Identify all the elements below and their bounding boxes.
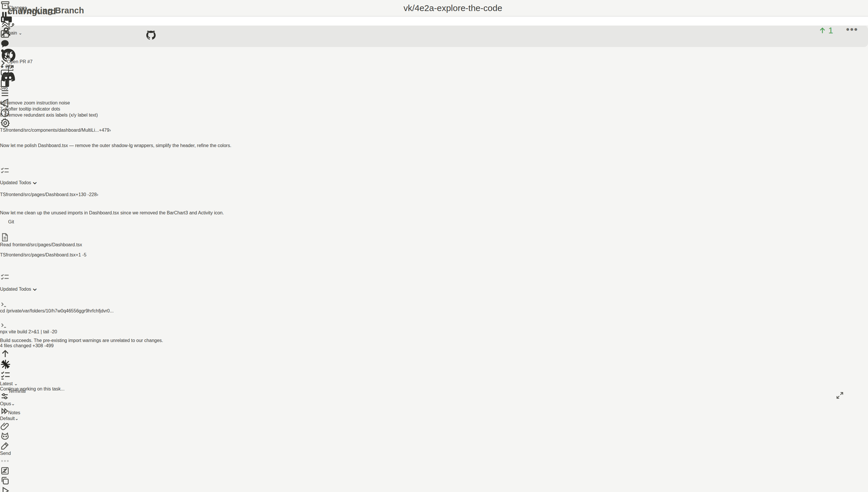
file-path: frontend/src/pages/Dashboard.tsx: [6, 192, 75, 197]
play-icon[interactable]: [0, 486, 868, 492]
open-pr-label: Open PR #7: [7, 59, 32, 64]
chat-message-text: Build succeeds. The pre-existing import …: [0, 338, 868, 343]
window-title: vk/4e2a-explore-the-code: [372, 3, 534, 13]
git-compare-icon[interactable]: [0, 49, 868, 58]
git-section-title: Git: [8, 219, 14, 224]
chevron-down-icon: ⌄: [15, 416, 19, 421]
inline-code: shadow-lg: [112, 143, 133, 148]
branch-label: main: [7, 30, 17, 35]
chat-message-text: Now let me clean up the unused imports i…: [0, 210, 868, 216]
github-cat-icon[interactable]: [144, 29, 158, 43]
help-icon[interactable]: [0, 108, 868, 118]
gear-icon[interactable]: [0, 118, 868, 128]
file-stats: +130 -228: [76, 192, 97, 197]
chat-bubble-icon[interactable]: [0, 39, 868, 49]
text-span: icon.: [213, 210, 224, 215]
chevron-down-icon: ⌄: [31, 283, 38, 292]
files-changed-label: 4 files changed: [0, 343, 31, 348]
text-span: and: [188, 210, 198, 215]
branch-dropdown[interactable]: main ⌄: [7, 22, 22, 36]
command-text: npx vite build 2>&1 | tail -20: [0, 329, 57, 334]
read-file-row[interactable]: Read frontend/src/pages/Dashboard.tsx: [0, 232, 868, 247]
updated-todos-label: Updated Todos: [0, 287, 31, 292]
file-path: frontend/src/pages/Dashboard.tsx: [6, 252, 75, 257]
panel-left-icon[interactable]: [0, 29, 868, 39]
terminal-command-row[interactable]: cd /private/var/folders/10/h7w0q46556ggr…: [0, 301, 868, 314]
more-dots-icon[interactable]: [0, 456, 868, 466]
text-span: Now let me polish: [0, 143, 38, 148]
read-file-label: Read frontend/src/pages/Dashboard.tsx: [0, 242, 82, 247]
sketch-icon[interactable]: [0, 466, 868, 476]
more-dots-icon[interactable]: •••: [846, 24, 858, 35]
titlebar: vk/4e2a-explore-the-code: [0, 0, 868, 17]
todos-status-icon[interactable]: [0, 370, 868, 381]
pen-icon[interactable]: [0, 441, 868, 451]
deleted-count: -5: [82, 252, 86, 257]
expand-terminal-icon[interactable]: [836, 391, 844, 400]
chevron-down-icon: ⌄: [11, 401, 15, 406]
checklist-icon: [0, 273, 10, 282]
chevron-down-icon: ⌄: [14, 381, 18, 386]
model-dropdown[interactable]: Opus⌄: [0, 401, 15, 406]
text-span: — remove the outer: [68, 143, 112, 148]
updated-todos-label: Updated Todos: [0, 180, 31, 185]
open-pr-button[interactable]: Open PR #7: [7, 51, 32, 72]
chevron-right-icon: ›: [110, 128, 111, 132]
chevron-right-icon: ›: [97, 192, 98, 197]
ts-file-icon: TS: [0, 192, 6, 197]
document-icon: [0, 232, 10, 242]
message-input[interactable]: Continue working on this task...: [0, 387, 868, 392]
chevron-down-icon: ⌄: [31, 176, 38, 186]
file-stats: +1 -5: [76, 252, 87, 257]
files-added-count: +308: [32, 343, 43, 348]
app-window: vk/4e2a-explore-the-code: [0, 0, 868, 492]
panel-right-filled-icon[interactable]: [0, 78, 868, 88]
chat-panel: 6. Remove zoom instruction noise7. Softe…: [0, 100, 868, 343]
cat-icon[interactable]: [0, 431, 868, 441]
text-span: wrappers, simplify the header, refine th…: [133, 143, 231, 148]
file-change-chip[interactable]: TSfrontend/src/pages/Dashboard.tsx+130 -…: [0, 192, 868, 197]
ts-file-icon: TS: [0, 252, 6, 257]
files-changed-chip[interactable]: 4 files changed +308 -499: [0, 343, 54, 348]
checklist-icon: [0, 166, 10, 176]
composer: 4 files changed +308 -499 Latest ⌄ Conti…: [0, 343, 868, 456]
fast-forward-button[interactable]: [0, 407, 868, 416]
message-hover-toolbar: [0, 456, 868, 492]
send-button[interactable]: Send: [0, 451, 11, 456]
command-text: cd /private/var/folders/10/h7w0q46556ggr…: [0, 309, 114, 313]
terminal-section-title: Terminal: [8, 389, 26, 394]
terminal-icon: [0, 322, 868, 329]
chevron-down-icon: ⌄: [18, 30, 22, 35]
menu-icon[interactable]: [0, 88, 868, 98]
chat-thread: 6. Remove zoom instruction noise7. Softe…: [0, 100, 868, 343]
model-label: Opus: [0, 401, 11, 406]
file-change-chip[interactable]: TSfrontend/src/components/dashboard/Mult…: [0, 128, 868, 133]
version-dropdown[interactable]: Latest ⌄: [0, 381, 18, 386]
mode-dropdown[interactable]: Default⌄: [0, 416, 19, 421]
file-change-chip[interactable]: TSfrontend/src/pages/Dashboard.tsx+1 -5: [0, 252, 868, 257]
mode-label: Default: [0, 416, 15, 421]
inline-code: BarChart3: [167, 210, 188, 215]
file-path: frontend/src/components/dashboard/MultiL…: [6, 128, 99, 132]
updated-todos-row[interactable]: Updated Todos⌄: [0, 166, 868, 186]
text-span: Now let me clean up the unused imports i…: [0, 210, 167, 215]
monitor-icon[interactable]: [0, 69, 868, 78]
terminal-icon: [0, 301, 868, 309]
updated-todos-row[interactable]: Updated Todos⌄: [0, 273, 868, 293]
copy-icon[interactable]: [0, 476, 868, 486]
inline-code: Activity: [198, 210, 213, 215]
scroll-up-icon[interactable]: [0, 348, 868, 359]
commits-ahead[interactable]: 1: [818, 26, 833, 35]
added-count: +1: [76, 252, 81, 257]
composer-status-row: 4 files changed +308 -499 Latest ⌄: [0, 343, 868, 387]
terminal-command-row[interactable]: npx vite build 2>&1 | tail -20: [0, 322, 868, 335]
deleted-count: -228: [87, 192, 97, 197]
megaphone-icon[interactable]: [0, 98, 868, 108]
collapse-up-icon[interactable]: [0, 19, 868, 29]
added-count: +479: [99, 128, 110, 132]
attach-icon[interactable]: [0, 421, 868, 431]
version-label: Latest: [0, 381, 13, 386]
settings-sliders-button[interactable]: [0, 392, 868, 401]
terminal-icon[interactable]: [0, 58, 868, 69]
spark-icon[interactable]: [0, 359, 868, 370]
